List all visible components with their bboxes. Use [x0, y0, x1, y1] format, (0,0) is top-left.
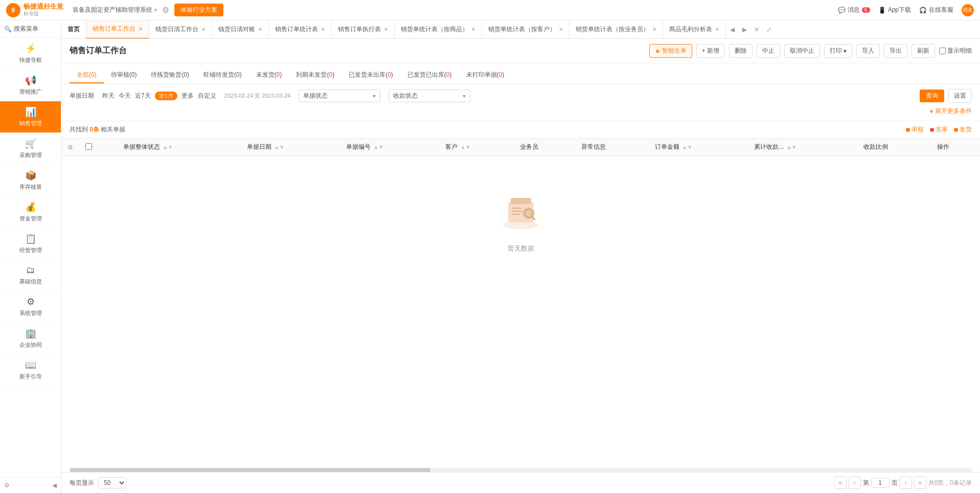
tab-fullscreen-button[interactable]: ⤢	[763, 20, 775, 39]
date-option-today[interactable]: 今天	[119, 92, 131, 100]
scrollbar-thumb[interactable]	[70, 468, 430, 472]
horizontal-scrollbar[interactable]	[70, 468, 972, 472]
ship-action[interactable]: 发货	[954, 125, 972, 134]
sub-tab-unprinted[interactable]: 未打印单据(0)	[459, 68, 512, 83]
next-page-button[interactable]: ›	[900, 477, 912, 489]
column-settings-icon[interactable]: ⚙	[67, 144, 73, 151]
sub-tab-wangpu[interactable]: 旺铺待发货(0)	[196, 68, 249, 83]
export-button[interactable]: 导出	[884, 44, 907, 58]
sidebar-search[interactable]: 🔍 搜索菜单	[0, 20, 61, 38]
select-all-checkbox[interactable]	[85, 143, 92, 150]
sidebar-item-guide[interactable]: 📖 新手引导	[0, 354, 61, 386]
print-button[interactable]: 打印 ▾	[824, 44, 852, 58]
refresh-button[interactable]: 刷新	[911, 44, 935, 58]
col-amount[interactable]: 订单金额 ▲▼	[649, 139, 748, 156]
tab-next-button[interactable]: ▶	[738, 20, 750, 39]
empty-text: 暂无数据	[508, 244, 534, 253]
add-button[interactable]: + 新增	[696, 44, 725, 58]
user-menu[interactable]: 用友	[962, 4, 974, 16]
tab-sales-summary-staff[interactable]: 销货单统计表（按业务员） ✕	[569, 20, 663, 39]
sidebar-item-system[interactable]: ⚙ 系统管理	[0, 291, 61, 323]
tab-close-all-button[interactable]: ✕	[750, 20, 763, 39]
sub-tab-overdue-unshipped[interactable]: 到期未发货(0)	[289, 68, 341, 83]
tab-cash-daily[interactable]: 钱货日清工作台 ✕	[149, 20, 212, 39]
query-button[interactable]: 查询	[920, 89, 944, 102]
sidebar-item-enterprise[interactable]: 🏢 企业协同	[0, 323, 61, 354]
table-summary: 共找到 0条 相关单据 审核 充审	[61, 121, 980, 138]
tab-close-icon[interactable]: ✕	[471, 27, 475, 32]
settings-icon[interactable]: ⚙	[162, 5, 169, 15]
industry-solution-button[interactable]: 体验行业方案	[174, 4, 223, 16]
tab-sales-exec[interactable]: 销售订单执行表 ✕	[332, 20, 395, 39]
sidebar-item-sales[interactable]: 📊 销售管理	[0, 101, 61, 133]
tab-close-icon[interactable]: ✕	[715, 27, 719, 32]
workbench-header: 销售订单工作台 ★ 智能生单 + 新增 删除 中止 取消中止 打印 ▾	[61, 39, 980, 63]
delete-button[interactable]: 删除	[729, 44, 753, 58]
date-option-yesterday[interactable]: 昨天	[102, 92, 115, 100]
message-button[interactable]: 💬 消息 6	[838, 6, 870, 14]
sidebar-item-finance[interactable]: 💰 资金管理	[0, 196, 61, 228]
show-detail-input[interactable]	[939, 48, 946, 54]
void-action[interactable]: 充审	[930, 125, 948, 134]
tab-prev-button[interactable]: ◀	[726, 20, 738, 39]
tab-cash-reconcile[interactable]: 钱货日清对账 ✕	[212, 20, 269, 39]
tab-margin-analysis[interactable]: 商品毛利分析表 ✕	[663, 20, 726, 39]
payment-filter[interactable]: 收款状态 ▾	[389, 89, 470, 102]
date-option-custom[interactable]: 自定义	[198, 92, 216, 100]
last-page-button[interactable]: »	[914, 477, 926, 489]
smart-create-button[interactable]: ★ 智能生单	[649, 44, 692, 58]
tab-close-icon[interactable]: ✕	[321, 27, 325, 32]
col-number[interactable]: 单据编号 ▲▼	[340, 139, 439, 156]
sort-icon: ▲▼	[163, 145, 173, 150]
sidebar-item-quick-nav[interactable]: ⚡ 快捷导航	[0, 38, 61, 70]
online-service-button[interactable]: 🎧 在线客服	[919, 6, 953, 14]
tab-home[interactable]: 首页	[61, 20, 86, 39]
page-number-input[interactable]	[871, 478, 890, 488]
status-filter[interactable]: 单据状态 ▾	[299, 89, 380, 102]
sidebar-collapse-icon[interactable]: ◀	[52, 482, 57, 489]
chevron-down-icon[interactable]: ▾	[154, 7, 157, 13]
sub-tab-pending-review[interactable]: 待审核(0)	[104, 68, 144, 83]
col-customer[interactable]: 客户 ▲▼	[439, 139, 514, 156]
sidebar-item-operations[interactable]: 📋 经营管理	[0, 228, 61, 260]
sidebar-settings-icon[interactable]: ⚙	[4, 482, 10, 489]
date-option-1month[interactable]: 近1月	[155, 92, 177, 100]
col-collected[interactable]: 累计收款... ▲▼	[748, 139, 857, 156]
sub-tab-pending-inspect[interactable]: 待拣货验货(0)	[144, 68, 196, 83]
date-option-more[interactable]: 更多	[181, 92, 194, 100]
cancel-stop-button[interactable]: 取消中止	[784, 44, 820, 58]
prev-page-button[interactable]: ‹	[849, 477, 861, 489]
col-status[interactable]: 单据整体状态 ▲▼	[117, 139, 241, 156]
settings-button[interactable]: 设置	[948, 89, 972, 103]
import-button[interactable]: 导入	[856, 44, 880, 58]
sidebar-item-inventory[interactable]: 📦 库存核算	[0, 165, 61, 196]
tab-close-icon[interactable]: ✕	[258, 27, 262, 32]
tab-close-icon[interactable]: ✕	[201, 27, 206, 32]
sidebar-item-basic-info[interactable]: 🗂 基础信息	[0, 260, 61, 291]
app-download-button[interactable]: 📱 App下载	[878, 6, 911, 14]
tab-close-icon[interactable]: ✕	[139, 26, 143, 32]
first-page-button[interactable]: «	[834, 477, 847, 489]
sub-tab-not-shipped[interactable]: 未发货(0)	[249, 68, 289, 83]
sub-tab-shipped-not-out[interactable]: 已发货未出库(0)	[341, 68, 400, 83]
audit-action[interactable]: 审核	[906, 125, 924, 134]
tab-sales-workbench[interactable]: 销售订单工作台 ✕	[86, 20, 149, 39]
sub-tab-shipped-out[interactable]: 已发货已出库(0)	[400, 68, 459, 83]
sort-icon: ▲▼	[274, 145, 284, 150]
tab-sales-summary-product[interactable]: 销货单统计表（按商品） ✕	[395, 20, 482, 39]
tab-sales-stats[interactable]: 销售订单统计表 ✕	[269, 20, 332, 39]
tab-close-icon[interactable]: ✕	[384, 27, 388, 32]
sidebar-item-label: 营销推广	[19, 88, 42, 96]
sidebar-item-purchase[interactable]: 🛒 采购管理	[0, 133, 61, 165]
sub-tab-all[interactable]: 全部(0)	[70, 68, 104, 83]
show-detail-checkbox[interactable]: 显示明细	[939, 47, 972, 55]
tab-close-icon[interactable]: ✕	[559, 27, 563, 32]
tab-sales-summary-customer[interactable]: 销货单统计表（按客户） ✕	[482, 20, 569, 39]
stop-button[interactable]: 中止	[757, 44, 780, 58]
tab-close-icon[interactable]: ✕	[652, 27, 656, 32]
page-size-select[interactable]: 50 100 200	[98, 477, 126, 488]
date-option-7days[interactable]: 近7天	[135, 92, 151, 100]
sidebar-item-marketing[interactable]: 📢 营销推广	[0, 70, 61, 101]
expand-more-button[interactable]: ▾ 展开更多条件	[930, 107, 972, 116]
col-date[interactable]: 单据日期 ▲▼	[241, 139, 340, 156]
